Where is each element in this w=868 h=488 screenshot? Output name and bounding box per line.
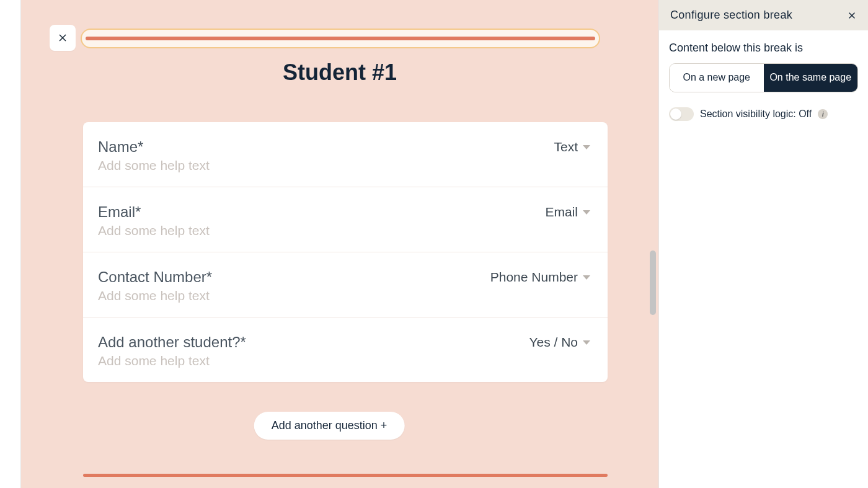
chevron-down-icon xyxy=(583,210,590,215)
field-type-dropdown[interactable]: Yes / No xyxy=(529,334,590,350)
configure-panel: Configure section break Content below th… xyxy=(658,0,868,488)
close-icon xyxy=(57,32,68,43)
progress-bar-fill xyxy=(86,37,595,40)
panel-header: Configure section break xyxy=(659,0,868,30)
field-type-dropdown[interactable]: Text xyxy=(554,138,590,154)
field-label[interactable]: Contact Number* xyxy=(98,268,490,286)
main-canvas: Student #1 Name* Add some help text Text… xyxy=(21,0,658,488)
field-type-label: Phone Number xyxy=(490,270,578,285)
chevron-down-icon xyxy=(583,275,590,280)
field-label[interactable]: Name* xyxy=(98,138,554,156)
field-label[interactable]: Email* xyxy=(98,203,545,221)
field-help-text[interactable]: Add some help text xyxy=(98,158,554,173)
section-break-bar[interactable] xyxy=(83,474,608,477)
panel-title: Configure section break xyxy=(670,9,792,22)
fields-card: Name* Add some help text Text Email* Add… xyxy=(83,122,608,382)
chevron-down-icon xyxy=(583,340,590,345)
field-type-label: Email xyxy=(545,205,578,220)
scrollbar-thumb[interactable] xyxy=(650,251,656,315)
panel-close-button[interactable] xyxy=(847,11,857,20)
field-type-label: Text xyxy=(554,140,578,154)
field-row[interactable]: Contact Number* Add some help text Phone… xyxy=(83,252,608,317)
visibility-toggle[interactable] xyxy=(669,107,694,121)
chevron-down-icon xyxy=(583,145,590,149)
field-type-dropdown[interactable]: Email xyxy=(545,203,590,220)
field-type-dropdown[interactable]: Phone Number xyxy=(490,268,590,285)
visibility-label: Section visibility logic: Off xyxy=(700,109,812,120)
content-break-label: Content below this break is xyxy=(669,42,858,55)
field-help-text[interactable]: Add some help text xyxy=(98,353,529,368)
option-same-page[interactable]: On the same page xyxy=(764,64,858,92)
field-type-label: Yes / No xyxy=(529,335,578,350)
section-title[interactable]: Student #1 xyxy=(21,60,658,86)
field-row[interactable]: Name* Add some help text Text xyxy=(83,122,608,187)
scrollbar-track[interactable] xyxy=(649,0,657,488)
field-label[interactable]: Add another student?* xyxy=(98,334,529,351)
progress-bar-container[interactable] xyxy=(81,29,600,48)
page-break-segmented: On a new page On the same page xyxy=(669,63,858,92)
field-help-text[interactable]: Add some help text xyxy=(98,288,490,303)
add-question-button[interactable]: Add another question + xyxy=(254,412,405,440)
field-row[interactable]: Email* Add some help text Email xyxy=(83,187,608,252)
field-row[interactable]: Add another student?* Add some help text… xyxy=(83,317,608,382)
close-icon xyxy=(847,11,857,20)
close-button[interactable] xyxy=(50,25,76,51)
option-new-page[interactable]: On a new page xyxy=(670,64,764,92)
toggle-knob xyxy=(670,109,681,120)
left-rail xyxy=(0,0,21,488)
visibility-toggle-row: Section visibility logic: Off i xyxy=(669,107,858,121)
info-icon[interactable]: i xyxy=(818,109,828,119)
field-help-text[interactable]: Add some help text xyxy=(98,223,545,238)
